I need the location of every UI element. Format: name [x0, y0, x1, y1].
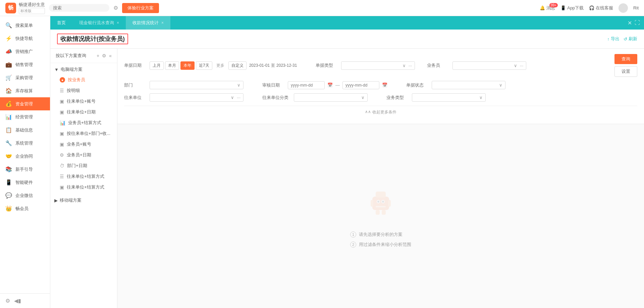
user-avatar[interactable] [619, 3, 628, 13]
sidebar-item-system[interactable]: 🔧 系统管理 [0, 137, 50, 150]
empty-tip-1: 1 请先选择要分析的方案 [350, 232, 411, 238]
content-area: 首页 现金银行流水查询 × 收款情况统计 × ✕ ⛶ 收款情况统计(按业务员) … [50, 16, 644, 308]
date-shortcuts: 上月 本月 本年 近7天 更多 自定义 2023-01-01 至 2023-12 [150, 61, 297, 70]
sidebar-item-marketing[interactable]: 📣 营销推广 [0, 45, 50, 58]
more-dots-salesperson[interactable]: ··· [520, 63, 524, 68]
scheme-by-partner-dept[interactable]: ▣ 按往来单位+部门+收... [50, 128, 117, 139]
voucher-status-select[interactable]: ∨ [432, 81, 505, 89]
sidebar-item-quick-nav[interactable]: ⚡ 快捷导航 [0, 32, 50, 45]
scheme-salesperson-date-label: 业务员+日期 [67, 152, 91, 158]
partner-label: 往来单位 [124, 95, 144, 101]
svg-rect-8 [388, 200, 391, 207]
review-date-end-cal-icon[interactable]: 📅 [382, 83, 387, 88]
salesperson-label: 业务员 [427, 62, 447, 68]
panel-collapse-icon[interactable]: « [109, 53, 112, 58]
tab-stats-close[interactable]: × [161, 20, 164, 25]
tab-home[interactable]: 首页 [50, 16, 72, 30]
messages-button[interactable]: 🔔 消息 99+ [540, 5, 555, 11]
tab-close-all-icon[interactable]: ✕ [628, 20, 632, 26]
scheme-partner-date[interactable]: ▣ 往来单位+日期 [50, 107, 117, 117]
scheme-partner-payment2[interactable]: ▣ 往来单位+结算方式 [50, 182, 117, 193]
gear-icon[interactable]: ⚙ [113, 5, 118, 11]
sidebar-item-purchase[interactable]: 🛒 采购管理 [0, 71, 50, 84]
scheme-salesperson-account[interactable]: ▣ 业务员+账号 [50, 139, 117, 150]
main-content-body: 按以下方案查询 + ⚙ « ▼ 电脑端方案 ● 按业务员 [50, 49, 644, 308]
sidebar-item-guide[interactable]: 📚 新手引导 [0, 163, 50, 176]
scheme-salesperson-date[interactable]: ⚙ 业务员+日期 [50, 150, 117, 160]
sidebar-item-inventory[interactable]: 🏠 库存核算 [0, 84, 50, 97]
more-dots-voucher[interactable]: ··· [409, 63, 412, 68]
more-dots-partner[interactable]: ··· [237, 95, 240, 100]
scheme-partner-account[interactable]: ▣ 往来单位+账号 [50, 96, 117, 107]
shortcut-custom[interactable]: 自定义 [228, 61, 247, 70]
app-download-link[interactable]: 📱 App下载 [560, 5, 584, 11]
member-icon: 👑 [5, 205, 12, 212]
mobile-group-header[interactable]: ▶ 移动端方案 [50, 195, 117, 205]
query-button[interactable]: 查询 [614, 54, 637, 64]
sidebar-item-search-menu[interactable]: 🔍 搜索菜单 [0, 19, 50, 32]
sidebar-item-wechat[interactable]: 💬 企业微信 [0, 189, 50, 202]
collapse-label: 收起更多条件 [372, 109, 396, 115]
page-title: 收款情况统计(按业务员) [57, 34, 128, 44]
date-range-sep: 至 [271, 63, 275, 68]
partner-select[interactable]: ∨ ··· [150, 93, 244, 102]
filter-row-2: 部门 ∨ 审核日期 📅 — 📅 单据状 [124, 81, 637, 89]
panel-header: 按以下方案查询 + ⚙ « [50, 49, 117, 63]
scheme-partner-payment1-label: 往来单位+结算方式 [67, 173, 104, 179]
sidebar-item-sales[interactable]: 💼 销售管理 [0, 58, 50, 71]
sidebar-item-smart-hw[interactable]: 📱 智能硬件 [0, 176, 50, 189]
scheme-partner-dept-label: 按往来单位+部门+收... [67, 131, 110, 137]
collapse-sidebar-icon[interactable]: ◀▮ [14, 298, 21, 304]
salesperson-select[interactable]: ∨ ··· [452, 61, 526, 70]
shortcut-last-month[interactable]: 上月 [150, 61, 164, 70]
tab-stats[interactable]: 收款情况统计 × [126, 16, 170, 30]
scheme-by-salesperson[interactable]: ● 按业务员 [50, 74, 117, 85]
scheme-salesperson-payment[interactable]: 📊 业务员+结算方式 [50, 117, 117, 128]
sidebar-item-basic[interactable]: 📋 基础信息 [0, 123, 50, 137]
dept-select[interactable]: ∨ [150, 81, 244, 89]
review-date-end[interactable] [342, 81, 379, 89]
tab-stats-label: 收款情况统计 [132, 20, 159, 26]
scheme-dept-date[interactable]: ⏱ 部门+日期 [50, 160, 117, 171]
voucher-type-select[interactable]: ∨ ··· [341, 61, 415, 70]
settings-button[interactable]: 设置 [614, 66, 637, 77]
refresh-button[interactable]: ↺ 刷新 [624, 36, 637, 42]
review-date-start-cal-icon[interactable]: 📅 [327, 83, 333, 88]
trial-button[interactable]: 体验行业方案 [122, 3, 159, 13]
sidebar-item-operation[interactable]: 📊 经营管理 [0, 110, 50, 123]
settings-bottom-icon[interactable]: ⚙ [5, 298, 10, 304]
sidebar-item-enterprise[interactable]: 🤝 企业协同 [0, 150, 50, 163]
shortcut-this-month[interactable]: 本月 [165, 61, 179, 70]
shortcut-more[interactable]: 更多 [214, 62, 227, 69]
scheme-partner-payment1[interactable]: ☰ 往来单位+结算方式 [50, 171, 117, 182]
tab-maximize-icon[interactable]: ⛶ [635, 20, 640, 26]
shortcut-last7days[interactable]: 近7天 [196, 61, 212, 70]
user-name: Rit [633, 5, 639, 10]
filter-collapse-btn[interactable]: ∧∧ 收起更多条件 [124, 106, 637, 118]
tab-bank[interactable]: 现金银行流水查询 × [72, 16, 126, 30]
partner-category-select[interactable]: ∨ [294, 93, 368, 102]
desktop-group-header[interactable]: ▼ 电脑端方案 [50, 64, 117, 74]
partner-category-arrow: ∨ [361, 95, 365, 100]
search-input[interactable] [49, 4, 109, 12]
system-icon: 🔧 [5, 140, 12, 146]
add-scheme-icon[interactable]: + [97, 53, 99, 58]
export-button[interactable]: ↑ 导出 [607, 36, 620, 42]
scheme-settings-icon[interactable]: ⚙ [102, 53, 106, 58]
lightning-icon: ⚡ [5, 35, 12, 42]
tab-bank-close[interactable]: × [117, 20, 119, 25]
filter-row-1: 单据日期 上月 本月 本年 近7天 更多 自定义 2023- [124, 54, 637, 77]
sidebar-label-enterprise: 企业协同 [15, 153, 33, 159]
scheme-by-detail[interactable]: ☰ 按明细 [50, 85, 117, 96]
sidebar-label-sales: 销售管理 [15, 62, 33, 68]
date-range-end: 2023-12-31 [276, 63, 297, 68]
partner-date-icon: ▣ [60, 109, 64, 115]
dept-label: 部门 [124, 82, 144, 88]
sidebar-item-member[interactable]: 👑 畅会员 [0, 202, 50, 215]
business-type-select[interactable]: ∨ [412, 93, 486, 102]
sales-icon: 💼 [5, 61, 12, 68]
sidebar-item-finance[interactable]: 💰 资金管理 [0, 97, 50, 110]
review-date-start[interactable] [288, 81, 325, 89]
shortcut-this-year[interactable]: 本年 [180, 61, 195, 70]
online-service-link[interactable]: 🎧 在线客服 [589, 5, 613, 11]
